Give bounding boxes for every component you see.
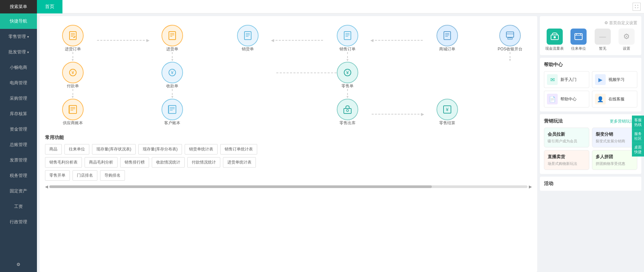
sidebar-item-fixed-assets[interactable]: 固定资产: [0, 183, 37, 199]
btn-sales-stat[interactable]: 销货单统计表: [185, 144, 218, 154]
sidebar-item-purchase[interactable]: 采购管理: [0, 91, 37, 106]
fission-title: 裂变分销: [596, 131, 634, 137]
sidebar-item-inventory[interactable]: 库存核算: [0, 106, 37, 122]
float-buttons: 客服热线 服务社区 桌面快捷: [632, 116, 644, 156]
help-item-service[interactable]: 👤 在线客服: [592, 91, 637, 107]
flow-node-sales-order[interactable]: 销售订单: [323, 25, 372, 52]
btn-sales-margin[interactable]: 销售毛利分析表: [45, 157, 82, 168]
btn-retail-order[interactable]: 零售开单: [45, 170, 70, 181]
btn-guide-rank[interactable]: 导购排名: [100, 170, 125, 181]
none-icon: —: [595, 29, 611, 45]
sidebar-item-quick-nav[interactable]: 快捷导航: [0, 13, 37, 29]
btn-sales-order-stat[interactable]: 销售订单统计表: [220, 144, 257, 154]
common-functions-title: 常用功能: [45, 135, 532, 141]
shortcut-partners[interactable]: 往来单位: [568, 29, 590, 51]
top-bar: 搜索菜单 首页 ⛶: [0, 0, 644, 13]
node-label: 销货单: [242, 46, 254, 52]
flow-row-1: 进货订单 ▶ 进货单: [48, 25, 532, 52]
scroll-right-arrow[interactable]: ▶: [529, 184, 532, 189]
marketing-fission[interactable]: 裂变分销 裂变式发展分销商: [592, 128, 637, 147]
sidebar-item-ecommerce[interactable]: 电商管理: [0, 75, 37, 91]
marketing-member[interactable]: 会员拉新 吸引用户成为会员: [544, 128, 589, 147]
tab-home[interactable]: 首页: [37, 0, 62, 13]
func-buttons-row3: 零售开单 门店排名 导购排名: [45, 170, 532, 181]
sidebar-item-finance[interactable]: 资金管理: [0, 122, 37, 137]
btn-sales-rank[interactable]: 销售排行榜: [120, 157, 149, 168]
node-icon: [62, 25, 84, 46]
node-icon: [237, 25, 259, 46]
marketing-group[interactable]: 多人拼团 拼团购物享受优惠: [592, 150, 637, 170]
btn-goods[interactable]: 商品: [45, 144, 62, 154]
node-label: 供应商账本: [63, 120, 83, 126]
flow-node-pos[interactable]: POS收银开台: [488, 25, 532, 52]
sidebar-item-wholesale[interactable]: 批发管理 ▾: [0, 44, 37, 60]
none-label: 暂无: [599, 46, 606, 51]
shortcut-settings[interactable]: ⚙ 设置: [616, 29, 638, 51]
node-label: 进货单: [166, 46, 178, 52]
svg-text:¥: ¥: [346, 70, 349, 75]
v-connectors-2: ▼ ▼: [48, 89, 532, 99]
flow-node-retail-settlement[interactable]: ¥ 零售结算: [423, 99, 471, 126]
btn-partners[interactable]: 往来单位: [64, 144, 89, 154]
service-label: 在线客服: [608, 96, 625, 102]
custom-setting[interactable]: ⚙ 首页自定义设置: [544, 20, 637, 26]
btn-payment-stat[interactable]: 付款情况统计: [187, 157, 220, 168]
btn-store-rank[interactable]: 门店排名: [73, 170, 97, 181]
marketing-card: 营销玩法 更多营销玩法 > 会员拉新 吸引用户成为会员 裂变分销 裂变式发展分销…: [540, 114, 641, 174]
float-btn-desktop[interactable]: 桌面快捷: [632, 143, 644, 156]
btn-purchase-stat[interactable]: 进货单统计表: [223, 157, 256, 168]
sidebar-item-admin[interactable]: 行政管理: [0, 214, 37, 230]
flow-node-customer-ledger[interactable]: 客户账本: [148, 99, 197, 126]
help-item-video[interactable]: ▶ 视频学习: [592, 71, 637, 88]
service-icon: 👤: [595, 94, 606, 104]
sidebar: 快捷导航 零售管理 ▾ 批发管理 ▾ 小畅电商 电商管理 采购管理 库存核算 资…: [0, 13, 37, 272]
shortcuts-grid: 现金流量表 往来单位 — 暂无 ⚙: [544, 29, 637, 51]
activity-title: 活动: [544, 181, 637, 187]
btn-stock-status[interactable]: 现存量(库存状况表): [92, 144, 136, 154]
sidebar-item-ecommerce-small[interactable]: 小畅电商: [0, 60, 37, 75]
sidebar-gear-button[interactable]: ⚙: [0, 257, 37, 272]
horizontal-scrollbar[interactable]: ◀ ▶: [45, 183, 532, 190]
svg-rect-4: [169, 32, 176, 40]
flow-node-retail[interactable]: ¥ 零售单: [323, 62, 372, 89]
search-menu[interactable]: 搜索菜单: [0, 0, 37, 13]
btn-receipt-stat[interactable]: 收款情况统计: [152, 157, 185, 168]
help-grid: ✉ 新手入门 ▶ 视频学习 📄 帮助中心 👤: [544, 71, 637, 107]
svg-rect-19: [506, 32, 514, 37]
settings-label: 设置: [623, 46, 630, 51]
svg-rect-45: [575, 34, 582, 40]
partners-icon: [570, 29, 587, 45]
svg-text:¥: ¥: [446, 107, 449, 112]
sidebar-item-invoice[interactable]: 发票管理: [0, 152, 37, 168]
flow-node-sales[interactable]: 销货单: [224, 25, 272, 52]
sidebar-item-salary[interactable]: 工资: [0, 199, 37, 214]
flow-node-payment[interactable]: ¥ 付款单: [48, 62, 97, 89]
help-item-beginner[interactable]: ✉ 新手入门: [544, 71, 589, 88]
flow-node-purchase[interactable]: 进货单: [148, 25, 197, 52]
chevron-down-icon: ▾: [27, 35, 29, 39]
shortcut-none[interactable]: — 暂无: [592, 29, 613, 51]
btn-goods-margin[interactable]: 商品毛利分析: [85, 157, 118, 168]
float-btn-community[interactable]: 服务社区: [632, 129, 644, 143]
marketing-live[interactable]: 直播卖货 场景式购物新玩法: [544, 150, 589, 170]
node-icon: ¥: [162, 62, 183, 83]
flow-node-mall-order[interactable]: 商城订单: [423, 25, 471, 52]
group-title: 多人拼团: [596, 154, 634, 160]
help-label: 帮助中心: [560, 96, 577, 102]
btn-stock-dist[interactable]: 现存量(库存分布表): [138, 144, 182, 154]
sidebar-item-ledger[interactable]: 总账管理: [0, 137, 37, 152]
flow-node-receipt[interactable]: ¥ 收款单: [148, 62, 197, 89]
shortcut-cashflow[interactable]: 现金流量表: [544, 29, 565, 51]
node-label: 收款单: [166, 83, 178, 89]
node-icon: [62, 99, 84, 120]
scroll-left-arrow[interactable]: ◀: [45, 184, 48, 189]
flow-node-retail-out[interactable]: 零售出库: [323, 99, 372, 126]
flow-node-purchase-order[interactable]: 进货订单: [48, 25, 97, 52]
beginner-label: 新手入门: [560, 77, 577, 83]
flow-node-supplier-ledger[interactable]: 供应商账本: [48, 99, 97, 126]
help-item-help[interactable]: 📄 帮助中心: [544, 91, 589, 107]
sidebar-item-tax[interactable]: 税务管理: [0, 168, 37, 183]
float-btn-service[interactable]: 客服热线: [632, 116, 644, 129]
sidebar-item-retail[interactable]: 零售管理 ▾: [0, 29, 37, 44]
fullscreen-button[interactable]: ⛶: [633, 3, 641, 11]
